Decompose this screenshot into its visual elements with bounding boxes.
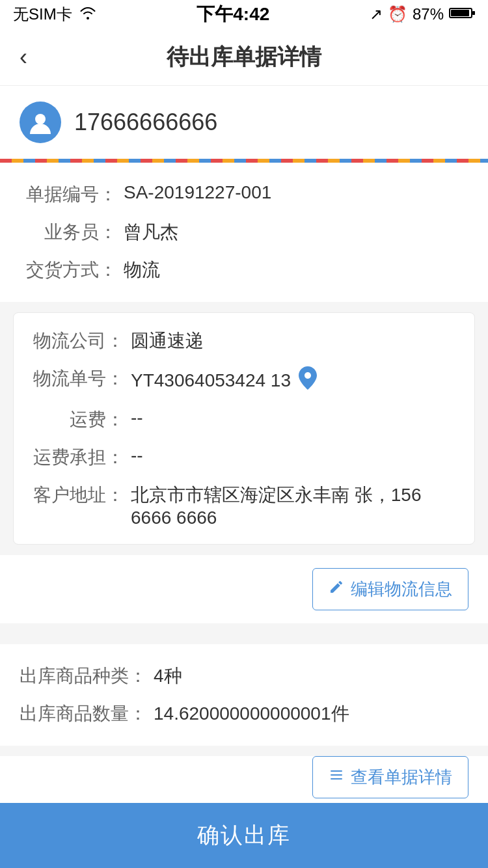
back-button[interactable]: ‹ [20, 44, 27, 71]
freight-row: 运费： -- [27, 407, 461, 432]
logistics-company-label: 物流公司： [27, 329, 131, 353]
order-no-value: SA-20191227-001 [124, 182, 468, 203]
product-types-value: 4种 [154, 664, 468, 688]
order-info-section: 单据编号： SA-20191227-001 业务员： 曾凡杰 交货方式： 物流 [0, 163, 488, 302]
salesperson-row: 业务员： 曾凡杰 [20, 220, 468, 245]
order-no-label: 单据编号： [20, 182, 124, 207]
avatar [20, 102, 61, 143]
bottom-bar: 确认出库 [0, 803, 488, 868]
svg-rect-5 [331, 774, 342, 776]
tracking-value: YT43064053424 13 [131, 366, 461, 394]
salesperson-value: 曾凡杰 [124, 220, 468, 245]
delivery-type-row: 交货方式： 物流 [20, 258, 468, 282]
section-divider [0, 634, 488, 644]
delivery-type-value: 物流 [124, 258, 468, 282]
tracking-row: 物流单号： YT43064053424 13 [27, 366, 461, 394]
svg-rect-4 [331, 770, 342, 772]
product-quantity-value: 14.620000000000001件 [154, 701, 468, 726]
freight-bearer-value: -- [131, 445, 461, 466]
nav-bar: ‹ 待出库单据详情 [0, 29, 488, 86]
logistics-company-row: 物流公司： 圆通速递 [27, 329, 461, 353]
location-icon: ↗ [370, 5, 383, 23]
edit-logistics-section: 编辑物流信息 [0, 555, 488, 623]
freight-value: -- [131, 407, 461, 428]
status-right: ↗ ⏰ 87% [370, 5, 475, 23]
tracking-location-icon[interactable] [299, 366, 317, 394]
edit-logistics-label: 编辑物流信息 [351, 578, 452, 601]
battery-text: 87% [413, 5, 444, 23]
list-icon [329, 767, 344, 787]
delivery-type-label: 交货方式： [20, 258, 124, 282]
svg-rect-1 [451, 10, 469, 16]
svg-point-3 [35, 114, 46, 124]
svg-rect-2 [472, 11, 475, 15]
product-summary: 出库商品种类： 4种 出库商品数量： 14.620000000000001件 [0, 644, 488, 746]
address-label: 客户地址： [27, 483, 131, 508]
address-row: 客户地址： 北京市市辖区海淀区永丰南 张，156 6666 6666 [27, 483, 461, 528]
page-title: 待出库单据详情 [167, 42, 321, 72]
confirm-button[interactable]: 确认出库 [197, 821, 291, 850]
svg-rect-6 [331, 778, 342, 780]
tracking-number: YT43064053424 13 [131, 370, 291, 391]
freight-bearer-label: 运费承担： [27, 445, 131, 470]
edit-icon [329, 579, 344, 599]
carrier-text: 无SIM卡 [13, 4, 72, 25]
status-bar: 无SIM卡 下午4:42 ↗ ⏰ 87% [0, 0, 488, 29]
product-quantity-label: 出库商品数量： [20, 701, 154, 726]
order-no-row: 单据编号： SA-20191227-001 [20, 182, 468, 207]
product-types-row: 出库商品种类： 4种 [20, 664, 468, 688]
wifi-icon [79, 5, 97, 23]
status-time: 下午4:42 [197, 2, 269, 27]
edit-logistics-button[interactable]: 编辑物流信息 [312, 568, 468, 610]
address-value: 北京市市辖区海淀区永丰南 张，156 6666 6666 [131, 483, 461, 528]
freight-bearer-row: 运费承担： -- [27, 445, 461, 470]
product-types-label: 出库商品种类： [20, 664, 154, 688]
customer-phone: 17666666666 [74, 109, 217, 136]
logistics-company-value: 圆通速递 [131, 329, 461, 353]
product-quantity-row: 出库商品数量： 14.620000000000001件 [20, 701, 468, 726]
battery-icon [449, 5, 475, 23]
customer-header: 17666666666 [0, 86, 488, 159]
view-detail-button[interactable]: 查看单据详情 [312, 756, 468, 798]
tracking-label: 物流单号： [27, 366, 131, 391]
salesperson-label: 业务员： [20, 220, 124, 245]
freight-label: 运费： [27, 407, 131, 432]
logistics-box: 物流公司： 圆通速递 物流单号： YT43064053424 13 运费： --… [13, 312, 475, 545]
view-detail-label: 查看单据详情 [351, 766, 452, 789]
status-left: 无SIM卡 [13, 4, 97, 25]
alarm-icon: ⏰ [388, 5, 407, 23]
